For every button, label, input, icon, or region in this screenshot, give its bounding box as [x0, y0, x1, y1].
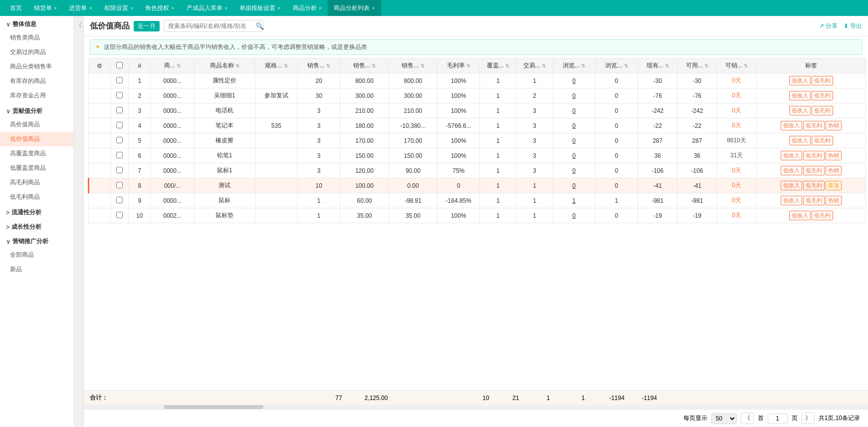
nav-permission-settings[interactable]: 权限设置 ×: [98, 0, 139, 16]
share-btn[interactable]: ↗ 分享: [819, 22, 838, 30]
cell-check[interactable]: [110, 118, 129, 133]
th-check[interactable]: [110, 58, 129, 73]
cell-check[interactable]: [110, 193, 129, 208]
cell-browse1[interactable]: 0: [553, 133, 595, 148]
cell-check[interactable]: [110, 103, 129, 118]
sidebar-item-stock-funds[interactable]: 库存资金占用: [0, 88, 73, 103]
nav-product-analysis-list[interactable]: 商品分析列表 ×: [328, 0, 381, 16]
close-permission-icon[interactable]: ×: [130, 5, 133, 11]
browse-link[interactable]: 0: [572, 212, 576, 219]
browse-link[interactable]: 0: [572, 182, 576, 189]
sidebar-item-high-value[interactable]: 高价值商品: [0, 117, 73, 132]
row-checkbox[interactable]: [116, 122, 123, 128]
close-template-icon[interactable]: ×: [277, 5, 280, 11]
nav-sales-order[interactable]: 销货单 ×: [28, 0, 63, 16]
th-trade[interactable]: 交易... ⇅: [516, 58, 553, 73]
scrollbar-thumb[interactable]: [164, 405, 263, 409]
sidebar-item-sales-products[interactable]: 销售类商品: [0, 30, 73, 45]
nav-role-auth[interactable]: 角色授权 ×: [139, 0, 180, 16]
th-browse1[interactable]: 浏览... ⇅: [553, 58, 595, 73]
cell-browse1[interactable]: 0: [553, 103, 595, 118]
sidebar-group-contribution[interactable]: ∨ 贡献值分析: [0, 103, 73, 117]
select-all-checkbox[interactable]: [116, 62, 123, 68]
th-stock1[interactable]: 现有... ⇅: [638, 58, 677, 73]
row-checkbox[interactable]: [116, 152, 123, 158]
cell-check[interactable]: [110, 73, 129, 88]
search-icon[interactable]: 🔍: [255, 22, 264, 30]
sidebar-item-stocked-products[interactable]: 有库存的商品: [0, 74, 73, 88]
th-sale-qty[interactable]: 销售... ⇅: [298, 58, 340, 73]
first-page-btn[interactable]: 《: [741, 413, 754, 424]
close-product-list-icon[interactable]: ×: [372, 5, 375, 11]
cell-browse1[interactable]: 0: [553, 148, 595, 163]
sidebar-item-high-profit[interactable]: 高毛利商品: [0, 175, 73, 190]
sidebar-item-high-coverage[interactable]: 高覆盖度商品: [0, 146, 73, 161]
cell-browse1[interactable]: 0: [553, 118, 595, 133]
th-sale-amount[interactable]: 销售... ⇅: [389, 58, 437, 73]
cell-check[interactable]: [110, 88, 129, 103]
sidebar-item-all-products[interactable]: 全部商品: [0, 248, 73, 262]
cell-browse1[interactable]: 0: [553, 163, 595, 178]
nav-template-settings[interactable]: 单据模板设置 ×: [233, 0, 286, 16]
th-spec[interactable]: 规格... ⇅: [255, 58, 297, 73]
sidebar-item-low-coverage[interactable]: 低覆盖度商品: [0, 161, 73, 175]
search-input[interactable]: [164, 20, 263, 32]
close-product-analysis-icon[interactable]: ×: [319, 5, 322, 11]
cell-browse1[interactable]: 0: [553, 208, 595, 223]
cell-check[interactable]: [110, 148, 129, 163]
cell-check[interactable]: [110, 178, 129, 193]
browse-link[interactable]: 0: [572, 137, 576, 144]
row-checkbox[interactable]: [116, 137, 123, 143]
sidebar-item-category-sales-rate[interactable]: 商品分类销售率: [0, 59, 73, 74]
cell-browse1[interactable]: 0: [553, 73, 595, 88]
browse-link[interactable]: 1: [572, 197, 576, 204]
cell-check[interactable]: [110, 163, 129, 178]
cell-browse1[interactable]: 1: [553, 193, 595, 208]
close-purchase-order-icon[interactable]: ×: [89, 5, 92, 11]
th-code[interactable]: 商... ⇅: [151, 58, 195, 73]
page-number-input[interactable]: [768, 414, 788, 424]
sidebar-collapse-btn[interactable]: 《: [74, 16, 84, 427]
cell-browse1[interactable]: 0: [553, 178, 595, 193]
filter-recent-month-btn[interactable]: 近一月: [134, 21, 160, 31]
close-role-auth-icon[interactable]: ×: [171, 5, 174, 11]
sidebar-group-marketing[interactable]: ∨ 营销推广分析: [0, 233, 73, 248]
browse-link[interactable]: 0: [572, 167, 576, 174]
th-stock2[interactable]: 可用... ⇅: [677, 58, 717, 73]
row-checkbox[interactable]: [116, 107, 123, 113]
browse-link[interactable]: 0: [572, 77, 576, 84]
close-sales-order-icon[interactable]: ×: [54, 5, 57, 11]
sidebar-item-low-value[interactable]: 低价值商品: [0, 132, 73, 146]
th-profit-rate[interactable]: 毛利率 ⇅: [437, 58, 480, 73]
browse-link[interactable]: 0: [572, 92, 576, 99]
cell-check[interactable]: [110, 133, 129, 148]
browse-link[interactable]: 0: [572, 107, 576, 114]
row-checkbox[interactable]: [116, 92, 123, 98]
th-coverage[interactable]: 覆盖... ⇅: [480, 58, 516, 73]
close-product-inbound-icon[interactable]: ×: [224, 5, 227, 11]
row-checkbox[interactable]: [116, 212, 123, 218]
sidebar-item-low-profit[interactable]: 低毛利商品: [0, 190, 73, 204]
th-sale-price[interactable]: 销售... ⇅: [340, 58, 389, 73]
nav-home[interactable]: 首页: [4, 0, 28, 16]
nav-product-inbound[interactable]: 产成品入库单 ×: [181, 0, 233, 16]
th-browse2[interactable]: 浏览... ⇅: [595, 58, 638, 73]
horizontal-scrollbar[interactable]: [84, 405, 868, 409]
nav-product-analysis[interactable]: 商品分析 ×: [287, 0, 328, 16]
th-settings[interactable]: ⚙: [89, 58, 111, 73]
sidebar-item-new-products[interactable]: 新品: [0, 262, 73, 277]
sidebar-group-growth[interactable]: > 成长性分析: [0, 219, 73, 233]
row-checkbox[interactable]: [116, 182, 123, 188]
row-checkbox[interactable]: [116, 77, 123, 83]
th-sale-days[interactable]: 可销... ⇅: [717, 58, 756, 73]
sidebar-item-traded-products[interactable]: 交易过的商品: [0, 45, 73, 59]
sidebar-group-liquidity[interactable]: > 流通性分析: [0, 204, 73, 219]
sidebar-group-overall[interactable]: ∨ 整体信息: [0, 16, 73, 30]
last-page-btn[interactable]: 》: [802, 413, 815, 424]
browse-link[interactable]: 0: [572, 152, 576, 159]
table-wrapper[interactable]: ⚙ # 商... ⇅ 商品名称 ⇅ 规格... ⇅ 销售... ⇅ 销售... …: [84, 58, 868, 390]
nav-purchase-order[interactable]: 进货单 ×: [63, 0, 98, 16]
export-btn[interactable]: ⬇ 导出: [844, 22, 862, 30]
browse-link[interactable]: 0: [572, 122, 576, 129]
cell-check[interactable]: [110, 208, 129, 223]
